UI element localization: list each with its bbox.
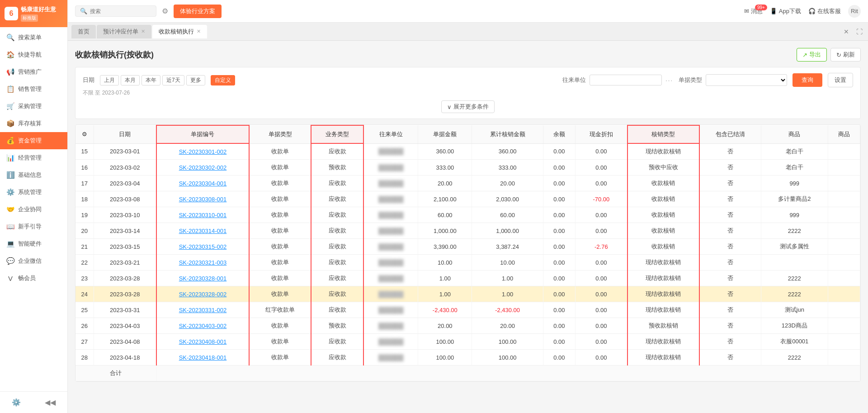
avatar[interactable]: Rit	[848, 5, 861, 18]
sidebar-item-system[interactable]: ⚙️系统管理	[0, 184, 67, 201]
cell-discount: 0.00	[576, 176, 627, 191]
cell-discount: -70.00	[576, 191, 627, 207]
docno-link[interactable]: SK-20230408-001	[179, 338, 227, 345]
tab-receipt[interactable]: 收款核销执行✕	[152, 25, 207, 38]
sidebar-item-operation[interactable]: 📊经营管理	[0, 149, 67, 166]
docno-link[interactable]: SK-20230314-001	[179, 228, 227, 234]
service-icon: 🎧	[808, 8, 816, 14]
docno-link[interactable]: SK-20230304-001	[179, 180, 227, 187]
basic-icon: ℹ️	[6, 171, 14, 179]
cell-doctype: 收款单	[249, 286, 311, 302]
cell-writeoff-type: 现结收款核销	[627, 143, 699, 160]
cell-no: 15	[75, 143, 94, 160]
doctype-select[interactable]	[706, 74, 787, 86]
sidebar-item-basic[interactable]: ℹ️基础信息	[0, 166, 67, 184]
cell-doctype: 收款单	[249, 318, 311, 334]
export-button[interactable]: ↗ 导出	[797, 48, 827, 62]
search-box[interactable]: 🔍	[75, 5, 156, 17]
cell-docno: SK-20230331-002	[156, 302, 249, 318]
docno-link[interactable]: SK-20230321-003	[179, 259, 227, 266]
sidebar-item-wechat[interactable]: 💬企业微信	[0, 252, 67, 270]
cell-amount: 2,100.00	[418, 191, 472, 207]
tab-home[interactable]: 首页	[71, 25, 96, 38]
cell-discount: 0.00	[576, 350, 627, 366]
cell-no: 23	[75, 271, 94, 286]
cell-balance: 0.00	[543, 334, 575, 350]
query-button[interactable]: 查询	[793, 73, 822, 87]
cell-no: 28	[75, 350, 94, 366]
date-btn-更多[interactable]: 更多	[186, 75, 205, 85]
table-scroll[interactable]: ⚙ 日期 单据编号 单据类型 业务类型 往来单位 单据金额 累计核销金额 余额 …	[75, 125, 860, 381]
gear-icon[interactable]: ⚙	[162, 7, 168, 15]
docno-link[interactable]: SK-20230403-002	[179, 323, 227, 329]
tab-close-payable[interactable]: ✕	[141, 28, 145, 34]
cell-writeoff-type: 现结收款核销	[627, 302, 699, 318]
filter-row-1: 日期 上月本月本年近7天更多 自定义 往来单位 ··· 单据类型 查询 设置	[83, 73, 853, 87]
tab-close-receipt[interactable]: ✕	[197, 28, 201, 34]
sidebar-item-sales[interactable]: 📋销售管理	[0, 81, 67, 98]
filter-settings-button[interactable]: 设置	[828, 73, 853, 87]
cell-amount: 1,000.00	[418, 223, 472, 239]
cell-writeoff: 1.00	[472, 271, 543, 286]
sidebar-item-guide[interactable]: 📖新手引导	[0, 218, 67, 235]
cell-docno: SK-20230315-002	[156, 239, 249, 255]
cell-biztype: 应收款	[311, 239, 363, 255]
industry-btn[interactable]: 体验行业方案	[174, 5, 222, 18]
maximize-icon[interactable]: ⛶	[854, 27, 864, 36]
sidebar-item-enterprise[interactable]: 🤝企业协同	[0, 201, 67, 218]
docno-link[interactable]: SK-20230310-001	[179, 212, 227, 218]
cell-included: 否	[699, 318, 761, 334]
cell-goods1: 多计量商品2	[761, 191, 828, 207]
partner-input[interactable]	[590, 75, 662, 85]
docno-link[interactable]: SK-20230302-002	[179, 164, 227, 171]
sidebar-item-hardware[interactable]: 💻智能硬件	[0, 235, 67, 252]
cell-included: 否	[699, 160, 761, 176]
docno-link[interactable]: SK-20230418-001	[179, 354, 227, 361]
logo-icon: 6	[5, 7, 18, 20]
date-btn-上月[interactable]: 上月	[100, 75, 119, 85]
docno-link[interactable]: SK-20230331-002	[179, 307, 227, 313]
sidebar-item-member[interactable]: V畅会员	[0, 270, 67, 287]
collapse-icon[interactable]: ◀◀	[42, 395, 58, 409]
docno-link[interactable]: SK-20230308-001	[179, 196, 227, 203]
col-partner: 往来单位	[363, 125, 418, 143]
docno-link[interactable]: SK-20230315-002	[179, 243, 227, 250]
cell-amount: 60.00	[418, 207, 472, 223]
cell-partner: ██████	[363, 223, 418, 239]
customer-service-btn[interactable]: 🎧 在线客服	[808, 7, 841, 15]
logo: 6 畅康道好生意 标推版	[0, 0, 67, 27]
sidebar: 6 畅康道好生意 标推版 🔍搜索菜单🏠快捷导航📢营销推广📋销售管理🛒采购管理📦库…	[0, 0, 68, 413]
docno-link[interactable]: SK-20230301-002	[179, 148, 227, 155]
refresh-button[interactable]: ↻ 刷新	[830, 48, 861, 62]
sidebar-item-finance[interactable]: 💰资金管理	[0, 132, 67, 149]
date-buttons: 上月本月本年近7天更多	[100, 75, 205, 85]
docno-link[interactable]: SK-20230328-001	[179, 275, 227, 282]
settings-icon[interactable]: ⚙️	[9, 395, 24, 409]
cell-goods2	[828, 143, 860, 160]
date-btn-近7天[interactable]: 近7天	[162, 75, 184, 85]
tab-payable[interactable]: 预计冲应付单✕	[97, 25, 151, 38]
sidebar-item-search[interactable]: 🔍搜索菜单	[0, 29, 67, 46]
sidebar-item-quick[interactable]: 🏠快捷导航	[0, 46, 67, 63]
cell-doctype: 收款单	[249, 143, 311, 160]
cell-goods2	[828, 255, 860, 271]
custom-date-btn[interactable]: 自定义	[211, 75, 235, 85]
tab-label-home: 首页	[78, 28, 90, 36]
date-btn-本年[interactable]: 本年	[142, 75, 160, 85]
cell-date: 2023-03-04	[94, 176, 156, 191]
cell-doctype: 收款单	[249, 207, 311, 223]
docno-link[interactable]: SK-20230328-002	[179, 291, 227, 298]
message-btn[interactable]: ✉ 消息 99+	[744, 7, 763, 15]
cell-amount: 100.00	[418, 350, 472, 366]
sidebar-item-purchase[interactable]: 🛒采购管理	[0, 98, 67, 115]
sidebar-item-marketing[interactable]: 📢营销推广	[0, 63, 67, 81]
cell-writeoff-type: 预收款核销	[627, 318, 699, 334]
table-footer: 合计	[75, 366, 860, 381]
date-btn-本月[interactable]: 本月	[121, 75, 140, 85]
app-download-btn[interactable]: 📱 App下载	[770, 7, 801, 15]
search-input[interactable]	[90, 8, 151, 14]
close-window-icon[interactable]: ✕	[842, 27, 851, 36]
guide-icon: 📖	[6, 223, 14, 231]
expand-button[interactable]: ∨ 展开更多条件	[441, 100, 495, 113]
sidebar-item-inventory[interactable]: 📦库存核算	[0, 115, 67, 132]
